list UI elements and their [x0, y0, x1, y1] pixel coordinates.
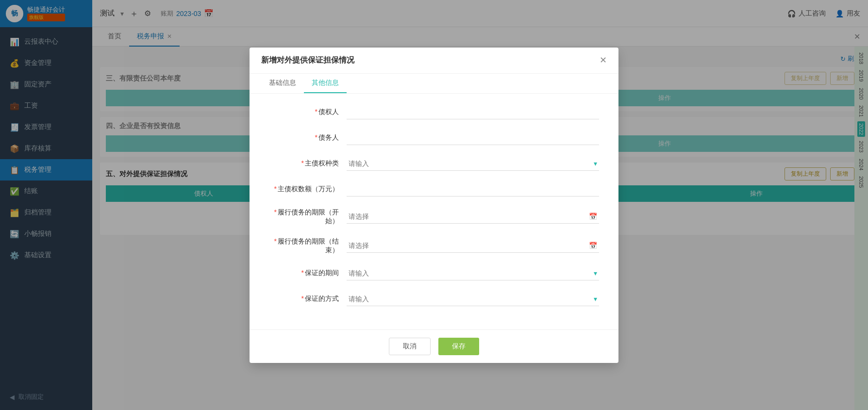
- required-star: *: [274, 185, 277, 193]
- form-row-debt-end: *履行债务的期限（结束） 📅: [269, 237, 599, 255]
- dropdown-arrow-icon-3[interactable]: ▾: [594, 295, 597, 303]
- guarantee-method-input[interactable]: [349, 295, 594, 303]
- debt-end-label: *履行债务的期限（结束）: [269, 237, 347, 255]
- debt-end-input[interactable]: [349, 242, 589, 249]
- modal-title: 新增对外提供保证担保情况: [261, 55, 354, 66]
- guarantee-method-select[interactable]: ▾: [347, 292, 599, 306]
- required-star: *: [301, 295, 304, 302]
- modal-body: *债权人 *债务人 *主债权种类 ▾: [250, 94, 618, 329]
- dropdown-arrow-icon-2[interactable]: ▾: [594, 269, 597, 277]
- modal-footer: 取消 保存: [250, 329, 618, 363]
- form-row-guarantee-method: *保证的方式 ▾: [269, 292, 599, 306]
- debtor-input[interactable]: [347, 131, 599, 145]
- modal-overlay: 新增对外提供保证担保情况 ✕ 基础信息 其他信息 *债权人 *: [0, 0, 868, 410]
- debt-start-label: *履行债务的期限（开始）: [269, 208, 347, 226]
- debt-end-date[interactable]: 📅: [347, 239, 599, 253]
- tab-basic[interactable]: 基础信息: [261, 74, 304, 93]
- modal-close-button[interactable]: ✕: [600, 56, 607, 65]
- modal-header: 新增对外提供保证担保情况 ✕: [250, 48, 618, 74]
- tab-other[interactable]: 其他信息: [304, 74, 347, 93]
- form-row-guarantee-period: *保证的期间 ▾: [269, 266, 599, 280]
- form-row-debtor: *债务人: [269, 131, 599, 145]
- cancel-button[interactable]: 取消: [389, 338, 431, 355]
- modal-tabs: 基础信息 其他信息: [250, 74, 618, 94]
- save-button[interactable]: 保存: [438, 338, 479, 355]
- guarantee-period-label: *保证的期间: [269, 269, 347, 278]
- required-star: *: [315, 133, 317, 141]
- form-row-creditor: *债权人: [269, 105, 599, 119]
- guarantee-period-input[interactable]: [349, 269, 594, 277]
- required-star: *: [301, 269, 304, 277]
- debt-type-select[interactable]: ▾: [347, 157, 599, 171]
- calendar-end-icon[interactable]: 📅: [589, 242, 597, 249]
- form-row-debt-amount: *主债权数额（万元）: [269, 182, 599, 197]
- debt-amount-input[interactable]: [347, 182, 599, 197]
- creditor-input[interactable]: [347, 105, 599, 119]
- calendar-start-icon[interactable]: 📅: [589, 213, 597, 220]
- debt-start-input[interactable]: [349, 213, 589, 220]
- debt-amount-label: *主债权数额（万元）: [269, 185, 347, 194]
- guarantee-period-select[interactable]: ▾: [347, 266, 599, 280]
- modal-dialog: 新增对外提供保证担保情况 ✕ 基础信息 其他信息 *债权人 *: [250, 48, 618, 363]
- form-row-debt-start: *履行债务的期限（开始） 📅: [269, 208, 599, 226]
- dropdown-arrow-icon[interactable]: ▾: [594, 160, 597, 167]
- required-star: *: [274, 208, 277, 216]
- debt-type-input[interactable]: [349, 160, 594, 167]
- form-row-debt-type: *主债权种类 ▾: [269, 157, 599, 171]
- creditor-label: *债权人: [269, 108, 347, 116]
- required-star: *: [315, 108, 317, 115]
- required-star: *: [301, 159, 304, 167]
- debt-start-date[interactable]: 📅: [347, 210, 599, 224]
- guarantee-method-label: *保证的方式: [269, 295, 347, 303]
- required-star: *: [274, 237, 277, 245]
- debt-type-label: *主债权种类: [269, 159, 347, 168]
- debtor-label: *债务人: [269, 133, 347, 142]
